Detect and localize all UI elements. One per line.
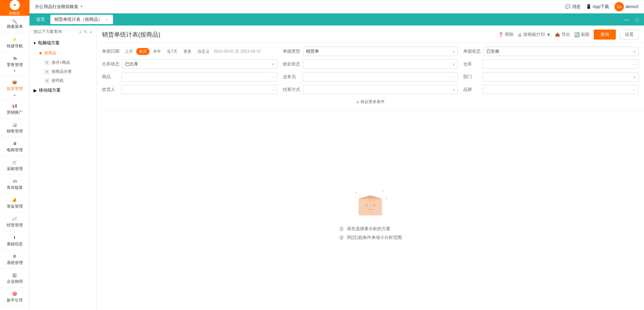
date-tab-lastmonth[interactable]: 上月 bbox=[122, 48, 136, 55]
logo-icon bbox=[10, 0, 20, 10]
status-control[interactable]: 已生效 ∨ bbox=[483, 47, 639, 56]
staff-control[interactable]: ··· bbox=[302, 72, 458, 82]
sidebar-nav-ecommerce[interactable]: 🖥 电商管理 bbox=[0, 137, 29, 156]
top-header-left: 办公用品行业模拟账套 ▼ bbox=[35, 4, 83, 10]
refresh-btn[interactable]: 🔄 刷新 bbox=[574, 32, 590, 38]
tab-close-btn[interactable]: × bbox=[104, 17, 109, 22]
sidebar-nav-marketing[interactable]: 📢 营销推广 bbox=[0, 100, 29, 118]
industry-select[interactable]: 办公用品行业模拟账套 ▼ bbox=[35, 4, 83, 10]
warehouse-control[interactable]: ··· bbox=[483, 59, 639, 69]
retail-icon: 🛍 bbox=[13, 56, 17, 61]
ecommerce-icon: 🖥 bbox=[13, 141, 17, 146]
sidebar-nav-retail[interactable]: 🛍 零售管理 ▼ bbox=[0, 52, 29, 76]
settings-button[interactable]: 设置 bbox=[620, 30, 639, 40]
sidebar-logo[interactable]: 标账版 bbox=[0, 0, 30, 16]
sidebar-nav-basic[interactable]: ℹ 基础信息 bbox=[0, 231, 29, 250]
type-control[interactable]: 销货单 ∨ bbox=[303, 47, 458, 56]
sidebar-nav-wholesale[interactable]: 📦 批发管理 ▲ bbox=[0, 76, 29, 100]
dept-control[interactable]: ∨ bbox=[483, 72, 639, 82]
svg-point-4 bbox=[373, 204, 376, 207]
tab-home[interactable]: 首页 bbox=[32, 15, 49, 24]
tree-item-by-category[interactable]: ≡ 按商品分类 bbox=[40, 67, 96, 76]
tip-2-text: 用[过滤]条件来缩小分析范围 bbox=[347, 235, 401, 241]
tree-pc-group[interactable]: ▾ 电脑端方案 bbox=[30, 38, 96, 48]
goods-control[interactable]: ··· bbox=[121, 72, 277, 82]
sidebar-nav-inventory[interactable]: 🗃 库存核算 bbox=[0, 175, 29, 194]
sidebar-nav-finance[interactable]: 💰 资金管理 bbox=[0, 194, 29, 212]
panel-add-btn[interactable]: + bbox=[79, 29, 82, 35]
sidebar-nav-operations[interactable]: 📈 经营管理 bbox=[0, 212, 29, 231]
page-title: 销货单统计表(按商品) bbox=[102, 31, 160, 39]
newbie-label: 新手引导 bbox=[7, 298, 23, 303]
receipt-label: 收款状态 bbox=[283, 61, 300, 67]
staff-dots: ··· bbox=[451, 74, 455, 79]
tree-mobile-group[interactable]: ▶ 移动端方案 bbox=[30, 85, 96, 95]
empty-state: 1 请先选择要分析的方案 2 用[过滤]条件来缩小分析范围 bbox=[97, 110, 644, 310]
finance-icon: 💰 bbox=[12, 198, 17, 202]
date-tab-7days[interactable]: 近7天 bbox=[164, 48, 180, 55]
query-button[interactable]: 查询 bbox=[594, 30, 616, 40]
sidebar-nav-system[interactable]: ⚙ 系统管理 bbox=[0, 250, 29, 269]
filter-row-4: 收货人 ··· 结算方式 ∨ 品牌 bbox=[102, 85, 639, 94]
date-tab-more[interactable]: 更多 bbox=[181, 48, 194, 55]
message-icon: 💬 bbox=[565, 4, 571, 9]
receipt-control[interactable]: ∨ bbox=[303, 59, 458, 69]
sidebar-nav-newbie[interactable]: 🎯 新手引导 bbox=[0, 288, 29, 306]
tree-item-by-goods[interactable]: ● 按商品 bbox=[35, 48, 96, 58]
retail-label: 零售管理 bbox=[7, 62, 23, 68]
panel-collapse-btn[interactable]: « bbox=[90, 29, 92, 35]
panel-edit-btn[interactable]: ✎ bbox=[84, 29, 88, 35]
collapse-button[interactable]: ∧ 收起更多条件 bbox=[356, 99, 385, 105]
sidebar-nav-appstore[interactable]: 📱 应用中心 bbox=[0, 306, 29, 310]
print-icon: 🖨 bbox=[518, 32, 522, 37]
wholesale-label: 批发管理 bbox=[7, 86, 23, 92]
template-print-btn[interactable]: 🖨 按模板打印 ▼ bbox=[518, 32, 551, 38]
empty-tip-1: 1 请先选择要分析的方案 bbox=[339, 226, 401, 232]
month-goods-icon: ≡ bbox=[44, 60, 50, 65]
date-tab-thismonth[interactable]: 本月 bbox=[136, 48, 150, 55]
top-header-right: 💬 消息 📱 App下载 Ea demo2 bbox=[565, 2, 639, 11]
system-label: 系统管理 bbox=[7, 260, 23, 266]
help-btn[interactable]: ❓ 帮助 bbox=[498, 32, 514, 38]
sidebar-nav-quicknav[interactable]: ⚡ 快捷导航 bbox=[0, 33, 29, 52]
export-btn[interactable]: 📤 导出 bbox=[555, 32, 570, 38]
payment-control[interactable]: ∨ bbox=[303, 85, 458, 94]
operations-icon: 📈 bbox=[12, 216, 17, 221]
date-tab-custom[interactable]: 自定义 bbox=[195, 48, 212, 55]
receiver-control[interactable]: ··· bbox=[121, 85, 277, 94]
inventory-label: 库存核算 bbox=[7, 185, 23, 191]
sidebar-nav-sales[interactable]: 📊 销售管理 bbox=[0, 118, 29, 137]
page-actions: ❓ 帮助 🖨 按模板打印 ▼ 📤 导出 🔄 刷新 bbox=[498, 30, 639, 40]
enterprise-icon: 🏢 bbox=[12, 273, 17, 277]
industry-name: 办公用品行业模拟账套 bbox=[35, 4, 78, 10]
goods-label: 商品 bbox=[102, 74, 119, 80]
operations-label: 经营管理 bbox=[7, 222, 23, 228]
tree-item-by-month-goods[interactable]: ≡ 按月+商品 bbox=[40, 58, 96, 67]
ecommerce-label: 电商管理 bbox=[7, 147, 23, 153]
message-action[interactable]: 💬 消息 bbox=[565, 4, 581, 10]
enterprise-label: 企业协同 bbox=[7, 279, 23, 285]
purchase-icon: 🛒 bbox=[12, 160, 17, 165]
message-label: 消息 bbox=[572, 4, 581, 10]
brand-control[interactable]: ··· bbox=[483, 85, 639, 94]
staff-label: 业务员 bbox=[283, 74, 300, 80]
mobile-group-label: 移动端方案 bbox=[39, 87, 61, 93]
tab-minimize-btn[interactable]: — bbox=[623, 15, 631, 23]
sidebar-search[interactable]: 🔍 搜索菜单 bbox=[0, 16, 29, 33]
date-tabs: 上月 本月 本年 近7天 更多 自定义 bbox=[122, 48, 212, 55]
finance-label: 资金管理 bbox=[7, 204, 23, 209]
logo-text: 标账版 bbox=[9, 11, 20, 16]
svg-point-5 bbox=[385, 198, 387, 200]
tab-sales-report[interactable]: 销货单统计表（按商品） × bbox=[50, 15, 113, 24]
type-label: 单据类型 bbox=[283, 48, 300, 54]
tree-item-by-driver[interactable]: ≡ 按司机 bbox=[40, 76, 96, 85]
app-download-action[interactable]: 📱 App下载 bbox=[586, 4, 609, 10]
marketing-label: 营销推广 bbox=[7, 110, 23, 115]
date-tab-thisyear[interactable]: 本年 bbox=[150, 48, 164, 55]
sidebar-nav-purchase[interactable]: 🛒 采购管理 bbox=[0, 156, 29, 175]
stock-control[interactable]: 已出库 ∨ bbox=[122, 59, 277, 69]
search-label: 搜索菜单 bbox=[0, 24, 29, 30]
user-action[interactable]: Ea demo2 bbox=[614, 2, 639, 11]
sidebar-nav-enterprise[interactable]: 🏢 企业协同 bbox=[0, 269, 29, 288]
tab-maximize-btn[interactable]: □ bbox=[633, 15, 641, 23]
